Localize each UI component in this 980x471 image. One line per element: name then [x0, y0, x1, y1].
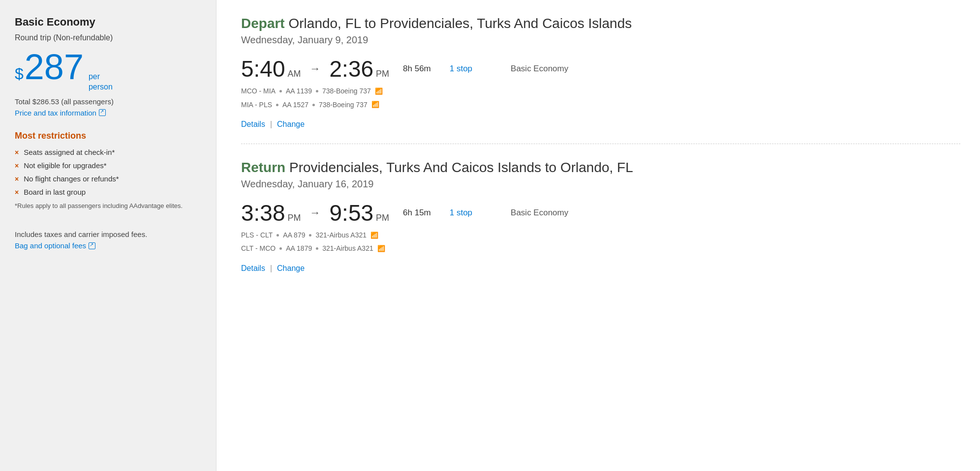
- return-segments: PLS - CLT AA 879 321-Airbus A321 📶 CLT -…: [241, 229, 960, 255]
- restriction-text: Board in last group: [24, 188, 86, 196]
- return-depart-time: 3:38: [241, 202, 285, 224]
- external-link-icon: [99, 109, 106, 116]
- return-stops-link[interactable]: 1 stop: [450, 208, 472, 218]
- ret-seg1-aircraft: 321-Airbus A321: [315, 229, 367, 241]
- ret-seg2-route: CLT - MCO: [241, 242, 276, 255]
- arrive-ampm: PM: [376, 69, 389, 79]
- wifi-icon: 📶: [377, 243, 385, 254]
- return-segment-2: CLT - MCO AA 1879 321-Airbus A321 📶: [241, 242, 960, 255]
- left-panel: Basic Economy Round trip (Non-refundable…: [0, 0, 216, 471]
- ret-seg1-flight: AA 879: [283, 229, 305, 241]
- price-dollar-sign: $: [15, 65, 24, 83]
- segment-dot: [316, 90, 318, 92]
- return-times-row: 3:38 PM → 9:53 PM 6h 15m 1 stop Basic Ec…: [241, 202, 960, 224]
- depart-section: Depart Orlando, FL to Providenciales, Tu…: [241, 15, 960, 129]
- depart-date: Wednesday, January 9, 2019: [241, 34, 960, 46]
- price-amount: 287: [25, 49, 84, 85]
- x-icon: ×: [15, 148, 19, 156]
- depart-segment-1: MCO - MIA AA 1139 738-Boeing 737 📶: [241, 85, 960, 97]
- segment-dot: [276, 234, 279, 236]
- arrive-time: 2:36: [330, 58, 374, 80]
- return-route: Providenciales, Turks And Caicos Islands…: [289, 160, 633, 175]
- list-item: × Seats assigned at check-in*: [15, 148, 201, 156]
- price-tax-link[interactable]: Price and tax information: [15, 109, 201, 117]
- list-item: × Not eligible for upgrades*: [15, 161, 201, 170]
- seg1-aircraft: 738-Boeing 737: [322, 85, 371, 97]
- return-actions: Details | Change: [241, 264, 960, 273]
- includes-text: Includes taxes and carrier imposed fees.: [15, 230, 201, 238]
- depart-stops-link[interactable]: 1 stop: [450, 64, 472, 74]
- ret-seg2-flight: AA 1879: [286, 242, 312, 255]
- return-segment-1: PLS - CLT AA 879 321-Airbus A321 📶: [241, 229, 960, 241]
- depart-word: Depart: [241, 16, 285, 31]
- segment-dot: [279, 247, 282, 250]
- segment-dot: [276, 104, 278, 106]
- price-row: $ 287 perperson: [15, 49, 201, 92]
- depart-time-block: 5:40 AM: [241, 58, 301, 80]
- seg2-aircraft: 738-Boeing 737: [319, 99, 368, 111]
- action-separator: |: [270, 120, 272, 129]
- round-trip-label: Round trip (Non-refundable): [15, 33, 201, 42]
- wifi-icon: 📶: [370, 230, 378, 241]
- seg1-route: MCO - MIA: [241, 85, 276, 97]
- right-panel: Depart Orlando, FL to Providenciales, Tu…: [216, 0, 980, 471]
- depart-time: 5:40: [241, 58, 285, 80]
- depart-actions: Details | Change: [241, 120, 960, 129]
- action-separator: |: [270, 264, 272, 273]
- depart-route: Orlando, FL to Providenciales, Turks And…: [288, 16, 632, 31]
- depart-segments: MCO - MIA AA 1139 738-Boeing 737 📶 MIA -…: [241, 85, 960, 111]
- x-icon: ×: [15, 162, 19, 170]
- seg2-flight: AA 1527: [282, 99, 308, 111]
- return-duration: 6h 15m: [403, 208, 431, 218]
- return-change-link[interactable]: Change: [277, 264, 305, 273]
- return-date: Wednesday, January 16, 2019: [241, 178, 960, 190]
- depart-fare-class: Basic Economy: [511, 64, 568, 74]
- x-icon: ×: [15, 175, 19, 183]
- arrow-icon: →: [310, 206, 321, 219]
- total-price: Total $286.53 (all passengers): [15, 97, 201, 106]
- segment-dot: [279, 90, 282, 92]
- bag-fees-link[interactable]: Bag and optional fees: [15, 241, 201, 250]
- segment-dot: [316, 247, 318, 250]
- wifi-icon: 📶: [371, 99, 379, 110]
- x-icon: ×: [15, 188, 19, 196]
- price-tax-link-text: Price and tax information: [15, 109, 96, 117]
- restrictions-title: Most restrictions: [15, 131, 201, 141]
- restriction-text: Seats assigned at check-in*: [24, 148, 115, 156]
- return-arrive-ampm: PM: [376, 213, 389, 223]
- list-item: × No flight changes or refunds*: [15, 175, 201, 183]
- depart-details-link[interactable]: Details: [241, 120, 265, 129]
- return-word: Return: [241, 160, 285, 175]
- ret-seg1-route: PLS - CLT: [241, 229, 273, 241]
- restrictions-note: *Rules apply to all passengers including…: [15, 201, 201, 211]
- ret-seg2-aircraft: 321-Airbus A321: [322, 242, 373, 255]
- external-link-icon: [89, 242, 95, 249]
- section-divider: [241, 144, 960, 144]
- return-arrive-time: 9:53: [330, 202, 374, 224]
- arrow-icon: →: [310, 62, 321, 75]
- return-fare-class: Basic Economy: [511, 208, 568, 218]
- depart-change-link[interactable]: Change: [277, 120, 305, 129]
- depart-ampm: AM: [288, 69, 301, 79]
- arrive-time-block: 2:36 PM: [330, 58, 390, 80]
- depart-times-row: 5:40 AM → 2:36 PM 8h 56m 1 stop Basic Ec…: [241, 58, 960, 80]
- per-person-label: perperson: [89, 72, 113, 92]
- return-header: Return Providenciales, Turks And Caicos …: [241, 159, 960, 177]
- return-details-link[interactable]: Details: [241, 264, 265, 273]
- wifi-icon: 📶: [375, 86, 383, 97]
- return-depart-ampm: PM: [288, 213, 301, 223]
- restriction-list: × Seats assigned at check-in* × Not elig…: [15, 148, 201, 196]
- segment-dot: [309, 234, 311, 236]
- depart-segment-2: MIA - PLS AA 1527 738-Boeing 737 📶: [241, 99, 960, 111]
- restriction-text: Not eligible for upgrades*: [24, 161, 106, 170]
- restriction-text: No flight changes or refunds*: [24, 175, 119, 183]
- return-depart-time-block: 3:38 PM: [241, 202, 301, 224]
- seg2-route: MIA - PLS: [241, 99, 272, 111]
- bag-fees-link-text: Bag and optional fees: [15, 241, 86, 250]
- depart-duration: 8h 56m: [403, 64, 431, 74]
- return-arrive-time-block: 9:53 PM: [330, 202, 390, 224]
- list-item: × Board in last group: [15, 188, 201, 196]
- plan-title: Basic Economy: [15, 16, 201, 29]
- seg1-flight: AA 1139: [286, 85, 312, 97]
- return-section: Return Providenciales, Turks And Caicos …: [241, 159, 960, 273]
